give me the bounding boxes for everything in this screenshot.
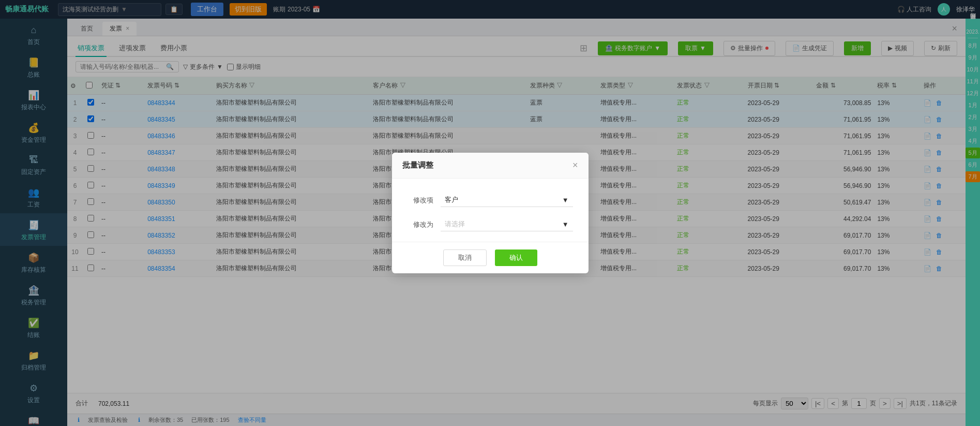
modal-body: 修改项 客户 ▼ 修改为 请选择 ▼ bbox=[392, 179, 589, 242]
modal-title: 批量调整 bbox=[402, 160, 433, 170]
modify-item-select[interactable]: 客户 ▼ bbox=[441, 193, 573, 207]
modal-header: 批量调整 × bbox=[392, 153, 589, 179]
modify-item-value: 客户 bbox=[445, 195, 458, 204]
chevron-down-icon: ▼ bbox=[562, 196, 569, 204]
modify-to-label: 修改为 bbox=[408, 220, 433, 229]
modal-field-modify-item: 修改项 客户 ▼ bbox=[408, 193, 573, 207]
modal-field-modify-to: 修改为 请选择 ▼ bbox=[408, 217, 573, 231]
cancel-button[interactable]: 取消 bbox=[443, 249, 487, 266]
batch-adjust-modal: 批量调整 × 修改项 客户 ▼ 修改为 请选择 ▼ 取消 确认 bbox=[392, 153, 589, 273]
confirm-button[interactable]: 确认 bbox=[495, 249, 537, 266]
modify-to-placeholder: 请选择 bbox=[445, 219, 465, 229]
modify-item-label: 修改项 bbox=[408, 196, 433, 205]
modal-overlay: 批量调整 × 修改项 客户 ▼ 修改为 请选择 ▼ 取消 确认 bbox=[0, 0, 980, 426]
modify-to-select[interactable]: 请选择 ▼ bbox=[441, 217, 573, 231]
modal-footer: 取消 确认 bbox=[392, 242, 589, 273]
modal-close-button[interactable]: × bbox=[572, 160, 578, 171]
chevron-down-icon: ▼ bbox=[562, 221, 569, 228]
